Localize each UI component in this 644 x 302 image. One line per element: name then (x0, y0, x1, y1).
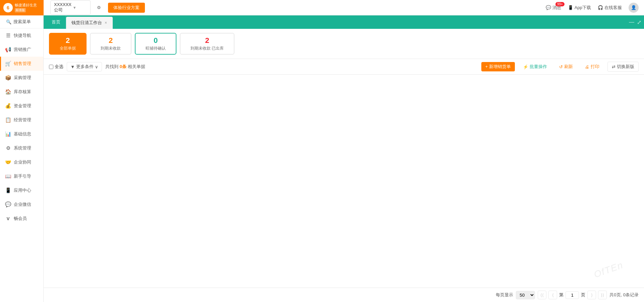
headset-icon: 🎧 (598, 5, 603, 10)
message-badge: 99+ (555, 2, 565, 6)
result-text: 共找到 0条 相关单据 (105, 64, 145, 70)
top-header: 6 畅捷通好生意 标准版 XXXXXX公司 ▾ ⚙ 体验行业方案 💬 消息 99… (0, 0, 644, 15)
first-page-button[interactable]: ⟨⟨ (538, 291, 546, 299)
logo-badge: 标准版 (15, 8, 26, 13)
company-name: XXXXXX公司 (54, 2, 71, 13)
stat-number-shipped: 2 (205, 36, 209, 45)
sidebar-item-cooperation[interactable]: 🤝 企业协同 (0, 155, 43, 169)
sidebar-search[interactable]: 🔍 搜索菜单 (0, 15, 43, 28)
stat-card-shipped[interactable]: 2 到期未收款 已出库 (180, 33, 234, 55)
per-page-label: 每页显示 (496, 292, 513, 298)
stat-label-all: 全部单据 (60, 46, 76, 51)
select-all-input[interactable] (49, 65, 53, 69)
message-button[interactable]: 💬 消息 99+ (546, 5, 561, 11)
purchase-icon: 📦 (5, 75, 11, 81)
tab-bar-actions: — ⤢ (629, 19, 641, 25)
sidebar-item-purchase[interactable]: 📦 采购管理 (0, 71, 43, 85)
sidebar-item-quick-nav[interactable]: ☰ 快捷导航 (0, 28, 43, 43)
total-text: 共0页, 0条记录 (609, 292, 639, 298)
pagination: ⟨⟨ ⟨ 第 页 ⟩ ⟩⟩ (538, 291, 607, 299)
maximize-button[interactable]: ⤢ (637, 19, 641, 25)
search-icon: 🔍 (6, 19, 11, 24)
per-page-select[interactable]: 50 20 100 (516, 291, 535, 299)
settings-icon[interactable]: ⚙ (94, 3, 104, 13)
sidebar-item-sales[interactable]: 🛒 销售管理 (0, 57, 43, 71)
logo-area[interactable]: 6 畅捷通好生意 标准版 (0, 0, 44, 15)
batch-operation-button[interactable]: ⚡ 批量操作 (519, 62, 551, 71)
switch-icon: ⇄ (612, 64, 615, 69)
guide-icon: 📖 (5, 173, 11, 179)
app-center-icon: 📱 (5, 187, 11, 193)
select-all-checkbox[interactable]: 全选 (49, 64, 63, 70)
sidebar-item-guide[interactable]: 📖 新手引导 (0, 169, 43, 183)
tab-work-bench-label: 钱货日清工作台 (71, 20, 102, 26)
filter-label: 更多条件 (76, 64, 94, 70)
page-input[interactable] (566, 291, 579, 299)
app-download-icon: 📱 (568, 5, 573, 10)
stat-card-pending[interactable]: 0 旺辅待确认 (135, 33, 176, 55)
app-download-button[interactable]: 📱 App下载 (568, 5, 591, 11)
tab-work-bench[interactable]: 钱货日清工作台 × (66, 17, 113, 29)
stat-label-pending: 旺辅待确认 (146, 46, 166, 51)
refresh-button[interactable]: ↺ 刷新 (555, 62, 577, 71)
online-service-button[interactable]: 🎧 在线客服 (598, 5, 622, 11)
print-icon: 🖨 (585, 64, 589, 69)
filter-button[interactable]: ▼ 更多条件 ∨ (67, 62, 102, 71)
tab-close-icon[interactable]: × (105, 20, 107, 25)
sales-icon: 🛒 (5, 61, 11, 67)
last-page-button[interactable]: ⟩⟩ (598, 291, 607, 299)
prev-page-button[interactable]: ⟨ (548, 291, 557, 299)
minimize-button[interactable]: — (629, 19, 634, 25)
logo-text: 畅捷通好生意 标准版 (15, 3, 37, 13)
sidebar-item-finance[interactable]: 💰 资金管理 (0, 99, 43, 113)
refresh-icon: ↺ (559, 64, 563, 69)
page-label: 第 (559, 292, 564, 298)
print-button[interactable]: 🖨 打印 (581, 62, 603, 71)
sidebar: 🔍 搜索菜单 ☰ 快捷导航 📢 营销推广 🛒 销售管理 📦 采购管理 🏠 库存核… (0, 15, 44, 302)
toolbar: 全选 ▼ 更多条件 ∨ 共找到 0条 相关单据 + 新增销货单 ⚡ 批量操作 (44, 59, 644, 75)
stat-card-all[interactable]: 2 全部单据 (49, 33, 87, 55)
inventory-icon: 🏠 (5, 89, 11, 95)
trial-button[interactable]: 体验行业方案 (108, 3, 145, 13)
logo-icon: 6 (3, 3, 13, 12)
sidebar-item-inventory[interactable]: 🏠 库存核算 (0, 85, 43, 99)
quick-nav-icon: ☰ (5, 33, 11, 39)
dropdown-icon: ∨ (95, 64, 98, 69)
app-download-label: App下载 (575, 5, 591, 11)
operation-icon: 📋 (5, 117, 11, 123)
next-page-button[interactable]: ⟩ (587, 291, 596, 299)
add-sale-button[interactable]: + 新增销货单 (481, 62, 515, 71)
switch-version-button[interactable]: ⇄ 切换新版 (607, 62, 639, 72)
toolbar-right: + 新增销货单 ⚡ 批量操作 ↺ 刷新 🖨 打印 ⇄ (481, 62, 639, 72)
filter-icon: ▼ (70, 64, 75, 69)
system-icon: ⚙ (5, 145, 11, 151)
stat-label-overdue: 到期未收款 (101, 46, 121, 51)
cooperation-icon: 🤝 (5, 159, 11, 165)
sidebar-item-member[interactable]: V 畅会员 (0, 212, 43, 226)
sidebar-item-wechat[interactable]: 💬 企业微信 (0, 197, 43, 212)
message-icon: 💬 (546, 5, 551, 10)
sidebar-search-label: 搜索菜单 (13, 19, 31, 25)
company-selector[interactable]: XXXXXX公司 ▾ (50, 0, 91, 15)
wechat-icon: 💬 (5, 201, 11, 207)
stats-row: 2 全部单据 2 到期未收款 0 旺辅待确认 2 到期未收款 已出库 (44, 29, 644, 59)
stat-card-overdue[interactable]: 2 到期未收款 (90, 33, 131, 55)
member-icon: V (5, 216, 11, 221)
result-count: 0条 (120, 64, 126, 69)
sidebar-item-operation[interactable]: 📋 经营管理 (0, 113, 43, 127)
sidebar-item-marketing[interactable]: 📢 营销推广 (0, 43, 43, 57)
sidebar-item-system[interactable]: ⚙ 系统管理 (0, 141, 43, 155)
basic-info-icon: 📊 (5, 131, 11, 137)
stat-number-overdue: 2 (109, 36, 113, 45)
table-area (44, 75, 644, 288)
stat-number-all: 2 (66, 36, 70, 45)
avatar[interactable]: 👤 (629, 3, 639, 13)
sidebar-item-app-center[interactable]: 📱 应用中心 (0, 183, 43, 197)
batch-icon: ⚡ (523, 64, 528, 69)
select-all-label: 全选 (55, 64, 63, 70)
tab-home[interactable]: 首页 (46, 15, 66, 29)
work-content: 2 全部单据 2 到期未收款 0 旺辅待确认 2 到期未收款 已出库 (44, 29, 644, 302)
online-service-label: 在线客服 (604, 5, 622, 11)
sidebar-item-basic-info[interactable]: 📊 基础信息 (0, 127, 43, 141)
stat-label-shipped: 到期未收款 已出库 (191, 46, 224, 51)
